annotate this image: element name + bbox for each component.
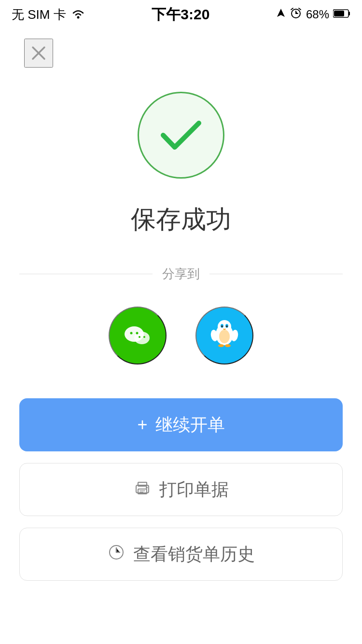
battery-text: 68% <box>306 8 329 21</box>
svg-point-17 <box>221 325 223 327</box>
checkmark-icon <box>159 118 203 152</box>
print-receipt-button[interactable]: 打印单据 <box>19 463 343 516</box>
svg-rect-3 <box>348 12 350 15</box>
divider-left <box>19 274 153 274</box>
svg-point-10 <box>136 332 139 335</box>
wechat-icon <box>121 319 154 352</box>
wifi-icon <box>71 7 85 22</box>
share-section: 分享到 <box>19 266 343 364</box>
print-receipt-label: 打印单据 <box>159 478 229 502</box>
share-wechat-button[interactable] <box>109 307 167 364</box>
svg-rect-28 <box>139 492 143 493</box>
continue-order-icon: + <box>137 415 147 435</box>
svg-rect-27 <box>139 490 145 491</box>
svg-point-18 <box>226 325 228 327</box>
time-display: 下午3:20 <box>152 5 209 25</box>
svg-point-22 <box>218 344 224 347</box>
battery-icon <box>333 8 350 21</box>
view-history-label: 查看销货单历史 <box>133 543 255 566</box>
carrier-text: 无 SIM 卡 <box>12 6 66 23</box>
success-title: 保存成功 <box>131 203 231 237</box>
svg-point-23 <box>225 344 231 347</box>
history-icon <box>107 543 125 566</box>
share-divider-row: 分享到 <box>19 266 343 282</box>
svg-point-29 <box>146 487 148 489</box>
svg-point-0 <box>77 16 79 18</box>
continue-order-button[interactable]: + 继续开单 <box>19 398 343 451</box>
continue-order-label: 继续开单 <box>155 413 225 437</box>
view-history-button[interactable]: 查看销货单历史 <box>19 528 343 581</box>
svg-point-12 <box>143 336 145 338</box>
svg-point-9 <box>130 332 133 335</box>
share-icons-row <box>109 307 253 364</box>
success-icon-circle <box>138 92 224 179</box>
qq-icon <box>208 318 241 353</box>
divider-right <box>209 274 343 274</box>
actions-section: + 继续开单 打印单据 <box>19 398 343 581</box>
status-right: 68% <box>276 7 350 22</box>
svg-point-21 <box>219 330 230 343</box>
print-icon <box>133 478 152 501</box>
svg-rect-4 <box>334 11 344 16</box>
status-bar: 无 SIM 卡 下午3:20 68% <box>0 0 362 29</box>
share-qq-button[interactable] <box>195 307 253 364</box>
svg-point-11 <box>139 336 140 338</box>
close-button[interactable] <box>24 39 53 68</box>
alarm-icon <box>290 7 302 22</box>
main-content: 保存成功 分享到 <box>0 29 362 644</box>
location-icon <box>276 8 286 21</box>
share-label: 分享到 <box>162 266 200 282</box>
status-left: 无 SIM 卡 <box>12 6 85 23</box>
